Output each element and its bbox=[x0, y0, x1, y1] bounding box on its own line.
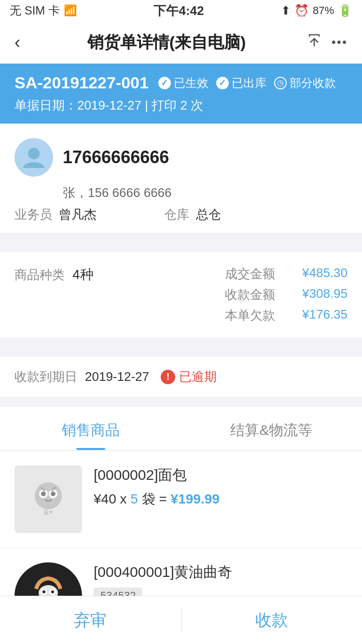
page-title: 销货单详情(来自电脑) bbox=[43, 31, 290, 54]
customer-meta: 业务员 曾凡杰 仓库 总仓 bbox=[14, 206, 348, 223]
nav-bar: ‹ 销货单详情(来自电脑) ••• bbox=[0, 21, 362, 64]
tab-products[interactable]: 销售商品 bbox=[0, 407, 181, 450]
divider1 bbox=[0, 233, 362, 242]
status-bar: 无 SIM 卡 📶 下午4:42 ⬆ ⏰ 87% 🔋 bbox=[0, 0, 362, 21]
status-effective: ✓ 已生效 bbox=[158, 75, 209, 91]
customer-avatar bbox=[14, 138, 53, 177]
svg-point-11 bbox=[42, 590, 45, 593]
svg-point-12 bbox=[51, 590, 54, 593]
status-shipped: ✓ 已出库 bbox=[216, 75, 266, 91]
tabs: 销售商品 结算&物流等 bbox=[0, 407, 362, 451]
share-icon[interactable] bbox=[306, 33, 322, 52]
header-row1: SA-20191227-001 ✓ 已生效 ✓ 已出库 ◷ 部分收款 bbox=[14, 73, 348, 92]
svg-point-4 bbox=[41, 491, 46, 496]
due-date-value: 2019-12-27 bbox=[85, 369, 149, 384]
stats-section: 商品种类 4种 成交金额 ¥485.30 收款金额 ¥308.95 本单欠款 ¥… bbox=[0, 252, 362, 337]
status-time: 下午4:42 bbox=[153, 2, 204, 19]
stats-row: 商品种类 4种 成交金额 ¥485.30 收款金额 ¥308.95 本单欠款 ¥… bbox=[14, 266, 348, 324]
bottom-bar: 弃审 收款 bbox=[0, 596, 362, 644]
owed-amount-row: 本单欠款 ¥176.35 bbox=[225, 307, 348, 324]
warehouse: 仓库 总仓 bbox=[164, 206, 221, 223]
battery-icon: 🔋 bbox=[338, 4, 352, 17]
status-partial: ◷ 部分收款 bbox=[274, 75, 336, 91]
product-price-1: ¥40 x 5 袋 = ¥199.99 bbox=[94, 490, 348, 508]
cancel-button[interactable]: 弃审 bbox=[0, 596, 181, 644]
carrier-text: 无 SIM 卡 bbox=[10, 3, 60, 18]
sales-person: 业务员 曾凡杰 bbox=[14, 206, 97, 223]
order-id: SA-20191227-001 bbox=[14, 73, 149, 92]
battery-text: 87% bbox=[313, 4, 334, 17]
customer-sub: 张，156 6666 6666 bbox=[14, 184, 348, 201]
amount-info: 成交金额 ¥485.30 收款金额 ¥308.95 本单欠款 ¥176.35 bbox=[225, 266, 348, 324]
svg-point-5 bbox=[51, 491, 56, 496]
more-icon[interactable]: ••• bbox=[332, 35, 348, 50]
svg-point-0 bbox=[28, 148, 40, 159]
product-name-2: [000400001]黄油曲奇 bbox=[94, 562, 348, 582]
deal-amount-row: 成交金额 ¥485.30 bbox=[225, 266, 348, 282]
total-1: ¥199.99 bbox=[171, 491, 220, 506]
equals-1: = bbox=[159, 491, 170, 506]
status-left: 无 SIM 卡 📶 bbox=[10, 3, 77, 18]
check-shipped-icon: ✓ bbox=[216, 77, 229, 89]
nav-actions: ••• bbox=[290, 33, 348, 52]
header-date: 单据日期：2019-12-27 | 打印 2 次 bbox=[14, 97, 348, 114]
header-band: SA-20191227-001 ✓ 已生效 ✓ 已出库 ◷ 部分收款 单据日期：… bbox=[0, 64, 362, 124]
product-item-1: 云+ [0000002]面包 ¥40 x 5 袋 = ¥199.99 bbox=[0, 451, 362, 548]
svg-text:云+: 云+ bbox=[43, 509, 53, 516]
price-x-1: x bbox=[120, 491, 131, 506]
tab-settlement[interactable]: 结算&物流等 bbox=[181, 407, 362, 450]
alarm-icon: ⏰ bbox=[294, 4, 309, 17]
customer-section: 17666666666 张，156 6666 6666 业务员 曾凡杰 仓库 总… bbox=[0, 124, 362, 233]
qty-1: 5 bbox=[130, 491, 138, 506]
overdue-icon: ! bbox=[161, 370, 175, 384]
due-date-section: 收款到期日 2019-12-27 ! 已逾期 bbox=[0, 357, 362, 397]
product-info-1: [0000002]面包 ¥40 x 5 袋 = ¥199.99 bbox=[94, 465, 348, 508]
location-icon: ⬆ bbox=[281, 4, 291, 17]
received-amount-row: 收款金额 ¥308.95 bbox=[225, 286, 348, 303]
svg-point-1 bbox=[35, 482, 62, 509]
customer-row: 17666666666 bbox=[14, 138, 348, 177]
product-thumb-1: 云+ bbox=[14, 465, 82, 533]
overdue-badge: ! 已逾期 bbox=[161, 368, 217, 385]
customer-name: 17666666666 bbox=[63, 147, 169, 168]
category-info: 商品种类 4种 bbox=[14, 266, 94, 284]
confirm-button[interactable]: 收款 bbox=[181, 596, 362, 644]
back-button[interactable]: ‹ bbox=[14, 32, 43, 53]
divider2 bbox=[0, 337, 362, 347]
overdue-label: 已逾期 bbox=[179, 368, 217, 385]
check-effective-icon: ✓ bbox=[158, 77, 171, 89]
status-tags: ✓ 已生效 ✓ 已出库 ◷ 部分收款 bbox=[158, 75, 336, 91]
price-base-1: ¥40 bbox=[94, 491, 116, 506]
product-name-1: [0000002]面包 bbox=[94, 465, 348, 485]
clock-icon: ◷ bbox=[274, 77, 287, 89]
divider3 bbox=[0, 397, 362, 407]
due-label: 收款到期日 bbox=[14, 368, 77, 385]
wifi-icon: 📶 bbox=[64, 4, 77, 17]
status-right: ⬆ ⏰ 87% 🔋 bbox=[281, 4, 352, 17]
unit-1: 袋 bbox=[142, 491, 155, 506]
